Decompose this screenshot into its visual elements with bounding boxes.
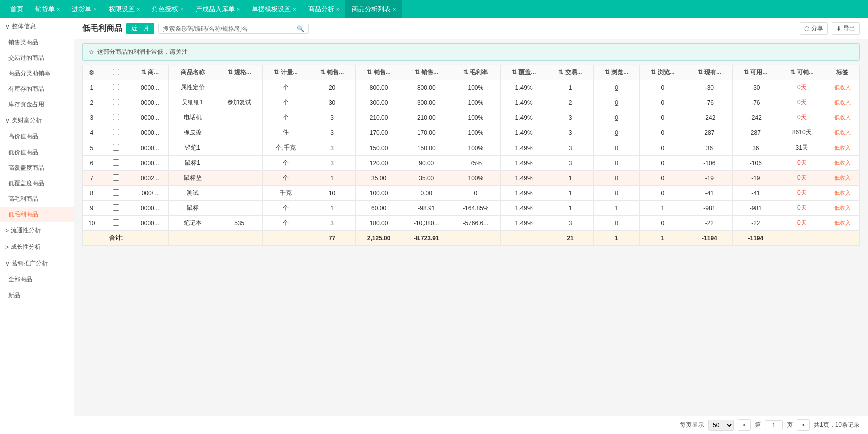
- browse1[interactable]: 0: [593, 110, 639, 125]
- col-header-gross_margin[interactable]: ⇅ 毛利率: [451, 65, 500, 80]
- nav-item-商品分析列表[interactable]: 商品分析列表×: [345, 0, 402, 18]
- nav-item-销货单[interactable]: 销货单×: [29, 0, 66, 18]
- col-header-unit[interactable]: ⇅ 计量...: [263, 65, 309, 80]
- sidebar-group-流通性分析[interactable]: >流通性分析: [0, 222, 74, 239]
- browse-link[interactable]: 0: [615, 190, 618, 197]
- row-checkbox-input[interactable]: [113, 219, 119, 226]
- col-header-browse1[interactable]: ⇅ 浏览...: [593, 65, 639, 80]
- sidebar-item-库存资金占用[interactable]: 库存资金占用: [0, 97, 74, 112]
- col-header-code[interactable]: ⇅ 商...: [131, 65, 169, 80]
- search-icon[interactable]: 🔍: [297, 25, 304, 32]
- col-header-sales_profit[interactable]: ⇅ 销售...: [402, 65, 451, 80]
- nav-close-销货单[interactable]: ×: [57, 6, 60, 12]
- col-header-sales_amount[interactable]: ⇅ 销售...: [356, 65, 402, 80]
- nav-close-产成品入库单[interactable]: ×: [237, 6, 240, 12]
- col-header-browse2[interactable]: ⇅ 浏览...: [640, 65, 686, 80]
- col-header-settings[interactable]: ⚙: [83, 65, 101, 80]
- prev-page-button[interactable]: ＜: [738, 419, 751, 431]
- row-checkbox[interactable]: [101, 156, 131, 171]
- nav-item-单据模板设置[interactable]: 单据模板设置×: [246, 0, 302, 18]
- sidebar-item-低覆盖度商品[interactable]: 低覆盖度商品: [0, 176, 74, 191]
- sidebar-item-全部商品[interactable]: 全部商品: [0, 272, 74, 287]
- row-checkbox-input[interactable]: [113, 99, 119, 105]
- browse1[interactable]: 0: [593, 95, 639, 110]
- row-checkbox-input[interactable]: [113, 174, 119, 181]
- sidebar-item-交易过的商品[interactable]: 交易过的商品: [0, 50, 74, 66]
- row-checkbox[interactable]: [101, 80, 131, 95]
- row-checkbox-input[interactable]: [113, 159, 119, 166]
- row-checkbox-input[interactable]: [113, 144, 119, 151]
- select-all-checkbox[interactable]: [113, 69, 119, 75]
- next-page-button[interactable]: ＞: [797, 419, 810, 431]
- nav-item-商品分析[interactable]: 商品分析×: [302, 0, 345, 18]
- row-checkbox-input[interactable]: [113, 189, 119, 196]
- row-checkbox[interactable]: [101, 171, 131, 186]
- browse-link[interactable]: 0: [615, 99, 618, 106]
- browse1[interactable]: 1: [593, 201, 639, 216]
- browse1[interactable]: 0: [593, 80, 639, 95]
- filter-btn[interactable]: 近一月: [126, 23, 154, 34]
- browse1[interactable]: 0: [593, 186, 639, 201]
- sidebar-item-高价值商品[interactable]: 高价值商品: [0, 129, 74, 144]
- nav-item-产成品入库单[interactable]: 产成品入库单×: [190, 0, 246, 18]
- row-checkbox-input[interactable]: [113, 204, 119, 211]
- col-header-spec[interactable]: ⇅ 规格...: [216, 65, 263, 80]
- sidebar-group-整体信息[interactable]: ∨整体信息: [0, 18, 74, 35]
- sidebar-item-商品分类助销率[interactable]: 商品分类助销率: [0, 66, 74, 81]
- browse-link[interactable]: 0: [615, 84, 618, 91]
- sidebar-group-成长性分析[interactable]: >成长性分析: [0, 239, 74, 255]
- row-checkbox-input[interactable]: [113, 84, 119, 90]
- page-number-input[interactable]: [765, 420, 783, 430]
- col-header-checkbox[interactable]: [101, 65, 131, 80]
- col-header-available[interactable]: ⇅ 可用...: [733, 65, 779, 80]
- browse-link[interactable]: 0: [615, 175, 618, 182]
- row-checkbox-input[interactable]: [113, 114, 119, 120]
- sidebar-item-销售类商品[interactable]: 销售类商品: [0, 35, 74, 50]
- export-button[interactable]: ⬇ 导出: [832, 22, 860, 35]
- sidebar-item-高毛利商品[interactable]: 高毛利商品: [0, 191, 74, 207]
- sidebar-item-新品[interactable]: 新品: [0, 287, 74, 303]
- page-size-select[interactable]: 50 20 100: [708, 420, 734, 431]
- row-checkbox-input[interactable]: [113, 129, 119, 135]
- nav-item-权限设置[interactable]: 权限设置×: [103, 0, 146, 18]
- nav-item-角色授权[interactable]: 角色授权×: [146, 0, 189, 18]
- nav-close-角色授权[interactable]: ×: [180, 6, 183, 12]
- row-checkbox[interactable]: [101, 140, 131, 156]
- browse1[interactable]: 0: [593, 171, 639, 186]
- nav-close-权限设置[interactable]: ×: [137, 6, 140, 12]
- nav-close-进货单[interactable]: ×: [93, 6, 96, 12]
- browse1[interactable]: 0: [593, 140, 639, 156]
- row-checkbox[interactable]: [101, 95, 131, 110]
- nav-item-首页[interactable]: 首页: [4, 0, 29, 18]
- nav-item-进货单[interactable]: 进货单×: [66, 0, 102, 18]
- share-button[interactable]: ⬡ 分享: [800, 22, 828, 35]
- nav-close-单据模板设置[interactable]: ×: [293, 6, 296, 12]
- nav-close-商品分析列表[interactable]: ×: [393, 6, 396, 12]
- col-header-name[interactable]: 商品名称: [169, 65, 216, 80]
- col-header-coverage[interactable]: ⇅ 覆盖...: [500, 65, 547, 80]
- browse1[interactable]: 0: [593, 125, 639, 140]
- row-checkbox[interactable]: [101, 110, 131, 125]
- row-checkbox[interactable]: [101, 201, 131, 216]
- sidebar-group-营销推广分析[interactable]: ∨营销推广分析: [0, 255, 74, 272]
- row-checkbox[interactable]: [101, 186, 131, 201]
- col-header-current_stock[interactable]: ⇅ 现有...: [686, 65, 732, 80]
- browse1[interactable]: 0: [593, 216, 639, 231]
- browse-link[interactable]: 0: [615, 129, 618, 136]
- row-checkbox[interactable]: [101, 125, 131, 140]
- row-checkbox[interactable]: [101, 216, 131, 231]
- col-header-tag[interactable]: 标签: [825, 65, 860, 80]
- browse1[interactable]: 0: [593, 156, 639, 171]
- browse-link[interactable]: 0: [615, 220, 618, 227]
- browse-link[interactable]: 0: [615, 160, 618, 167]
- browse-link[interactable]: 0: [615, 114, 618, 121]
- search-input[interactable]: [163, 25, 297, 32]
- browse-link[interactable]: 0: [615, 144, 618, 152]
- sidebar-item-高覆盖度商品[interactable]: 高覆盖度商品: [0, 160, 74, 176]
- sidebar-item-有库存的商品[interactable]: 有库存的商品: [0, 81, 74, 97]
- sidebar-item-低毛利商品[interactable]: 低毛利商品: [0, 207, 74, 222]
- col-header-trade_count[interactable]: ⇅ 交易...: [547, 65, 593, 80]
- col-header-sales_qty[interactable]: ⇅ 销售...: [309, 65, 355, 80]
- col-header-sellable[interactable]: ⇅ 可销...: [779, 65, 825, 80]
- sidebar-item-低价值商品[interactable]: 低价值商品: [0, 144, 74, 160]
